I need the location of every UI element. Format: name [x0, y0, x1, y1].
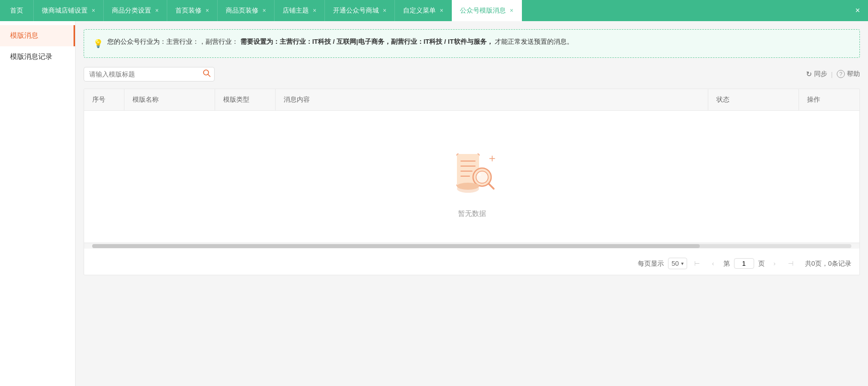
notice-icon: 💡 — [93, 37, 103, 50]
scrollbar-track — [92, 244, 851, 248]
sidebar-item-template-msg-record[interactable]: 模版消息记录 — [0, 46, 75, 67]
sidebar: 模版消息 模版消息记录 — [0, 21, 76, 386]
divider: | — [831, 70, 833, 78]
close-icon-open-mall[interactable]: × — [383, 7, 386, 14]
nav-tab-product-decor[interactable]: 商品页装修 × — [218, 0, 275, 21]
page-size-label: 每页显示 — [638, 259, 664, 268]
notice-suffix: 才能正常发送预置的消息。 — [495, 38, 573, 45]
notice-highlight: 需要设置为：主营行业：IT科技 / 互联网|电子商务，副营行业：IT科技 / I… — [240, 38, 493, 45]
nav-tab-custom-menu[interactable]: 自定义菜单 × — [395, 0, 452, 21]
close-icon-home-decor[interactable]: × — [206, 7, 209, 14]
help-icon: ? — [837, 70, 845, 78]
total-text: 共0页，0条记录 — [805, 259, 851, 268]
page-number-input[interactable] — [734, 258, 754, 269]
search-input[interactable] — [84, 67, 215, 82]
top-nav: 首页 微商城店铺设置 × 商品分类设置 × 首页装修 × 商品页装修 × 店铺主… — [0, 0, 868, 21]
notice-content: 您的公众号行业为：主营行业：，副营行业： 需要设置为：主营行业：IT科技 / 互… — [107, 37, 573, 47]
empty-text: 暂无数据 — [458, 209, 486, 218]
svg-point-9 — [476, 171, 488, 183]
sidebar-item-template-msg-record-label: 模版消息记录 — [10, 52, 52, 60]
svg-point-12 — [457, 183, 479, 190]
page-size-value: 50 — [672, 260, 679, 267]
next-page-button[interactable]: › — [769, 258, 781, 270]
nav-tab-shop-theme[interactable]: 店铺主题 × — [275, 0, 325, 21]
sync-button[interactable]: ↻ 同步 — [806, 69, 827, 79]
sync-icon: ↻ — [806, 70, 812, 78]
close-icon-shop-theme[interactable]: × — [313, 7, 316, 14]
help-button[interactable]: ? 帮助 — [837, 69, 860, 79]
nav-tab-shop-settings[interactable]: 微商城店铺设置 × — [34, 0, 104, 21]
scrollbar-thumb[interactable] — [92, 244, 700, 248]
svg-line-10 — [489, 184, 494, 189]
nav-tab-template-msg-label: 公众号模版消息 — [460, 6, 506, 15]
empty-state: 暂无数据 — [84, 111, 859, 239]
nav-tab-home-decor[interactable]: 首页装修 × — [167, 0, 218, 21]
first-page-button[interactable]: ⊢ — [691, 258, 703, 270]
th-type: 模版类型 — [215, 89, 276, 110]
nav-tab-custom-menu-label: 自定义菜单 — [403, 6, 436, 15]
nav-tab-shop-theme-label: 店铺主题 — [283, 6, 309, 15]
page-label: 第 — [723, 259, 730, 268]
page-unit: 页 — [758, 259, 765, 268]
sidebar-item-template-msg[interactable]: 模版消息 — [0, 25, 75, 46]
help-label: 帮助 — [847, 69, 860, 79]
sync-label: 同步 — [814, 69, 827, 79]
main-content: 💡 您的公众号行业为：主营行业：，副营行业： 需要设置为：主营行业：IT科技 /… — [76, 21, 868, 386]
th-action: 操作 — [799, 89, 859, 110]
search-input-wrapper — [84, 67, 215, 82]
th-name: 模版名称 — [124, 89, 215, 110]
close-all-button[interactable]: × — [847, 6, 868, 15]
nav-tab-shop-settings-label: 微商城店铺设置 — [42, 6, 88, 15]
nav-tab-home-decor-label: 首页装修 — [175, 6, 202, 15]
empty-illustration — [442, 141, 502, 201]
sidebar-item-template-msg-label: 模版消息 — [10, 31, 38, 39]
page-size-chevron-icon: ▾ — [681, 261, 684, 266]
layout: 模版消息 模版消息记录 💡 您的公众号行业为：主营行业：，副营行业： 需要设置为… — [0, 21, 868, 386]
notice-prefix: 您的公众号行业为：主营行业：，副营行业： — [107, 38, 238, 45]
close-icon-shop-settings[interactable]: × — [92, 7, 95, 14]
nav-tab-category-settings[interactable]: 商品分类设置 × — [104, 0, 167, 21]
nav-tab-open-mall-label: 开通公众号商城 — [333, 6, 379, 15]
close-icon-category-settings[interactable]: × — [155, 7, 159, 14]
scrollbar-row — [84, 243, 859, 249]
pagination: 每页显示 50 ▾ ⊢ ‹ 第 页 › ⊣ 共0页，0条记录 — [84, 253, 859, 275]
svg-line-1 — [208, 74, 210, 76]
nav-tab-open-mall[interactable]: 开通公众号商城 × — [325, 0, 395, 21]
close-icon-template-msg[interactable]: × — [510, 7, 513, 14]
search-bar: ↻ 同步 | ? 帮助 — [84, 67, 860, 82]
prev-page-button[interactable]: ‹ — [707, 258, 719, 270]
table-wrapper: 序号 模版名称 模版类型 消息内容 状态 操作 — [84, 89, 860, 275]
th-index: 序号 — [84, 89, 124, 110]
th-content: 消息内容 — [276, 89, 708, 110]
nav-tab-template-msg[interactable]: 公众号模版消息 × — [452, 0, 522, 21]
notice-box: 💡 您的公众号行业为：主营行业：，副营行业： 需要设置为：主营行业：IT科技 /… — [84, 29, 860, 58]
search-actions: ↻ 同步 | ? 帮助 — [806, 69, 860, 79]
close-icon-custom-menu[interactable]: × — [440, 7, 443, 14]
last-page-button[interactable]: ⊣ — [785, 258, 797, 270]
nav-tab-category-settings-label: 商品分类设置 — [112, 6, 151, 15]
search-icon[interactable] — [203, 69, 211, 79]
close-icon-product-decor[interactable]: × — [262, 7, 266, 14]
page-size-select[interactable]: 50 ▾ — [668, 258, 687, 269]
table-header: 序号 模版名称 模版类型 消息内容 状态 操作 — [84, 89, 859, 111]
nav-tab-home[interactable]: 首页 — [0, 0, 34, 21]
svg-point-11 — [478, 173, 481, 176]
nav-tab-home-label: 首页 — [10, 6, 23, 15]
th-status: 状态 — [708, 89, 799, 110]
nav-tab-product-decor-label: 商品页装修 — [226, 6, 258, 15]
